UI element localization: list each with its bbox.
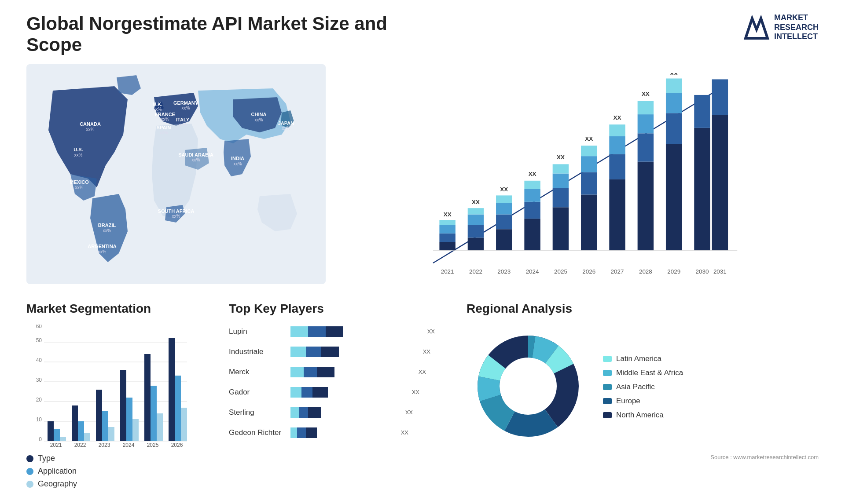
svg-text:XX: XX [419,369,426,375]
svg-text:CHINA: CHINA [251,112,267,117]
svg-text:XX: XX [529,171,536,177]
svg-text:xx%: xx% [192,157,200,162]
svg-text:ARGENTINA: ARGENTINA [88,244,116,249]
player-row-gedeon: Gedeon Richter XX [229,426,449,440]
svg-rect-117 [120,370,126,441]
logo-line3: INTELLECT [774,32,819,42]
svg-rect-54 [553,207,569,250]
svg-text:xx%: xx% [282,126,290,131]
svg-rect-74 [666,144,682,250]
svg-text:2024: 2024 [123,442,135,448]
asia-pacific-dot [603,384,612,390]
svg-text:XX: XX [405,409,413,416]
svg-rect-123 [169,338,175,441]
svg-text:U.S.: U.S. [73,147,83,152]
svg-rect-121 [151,386,157,441]
page-title: Global Norgestimate API Market Size and … [26,13,422,55]
legend-middle-east: Middle East & Africa [603,369,683,377]
legend-north-america: North America [603,411,683,420]
player-bar-sterling: XX [290,405,440,420]
player-name-gador: Gador [229,388,286,397]
player-row-lupin: Lupin XX [229,325,449,339]
legend-item-application: Application [26,467,211,476]
svg-text:XX: XX [557,154,565,161]
svg-text:40: 40 [36,357,42,363]
svg-text:xx%: xx% [154,107,162,112]
europe-dot [603,398,612,404]
logo-line1: MARKET [774,13,819,23]
svg-rect-35 [439,234,455,242]
players-title: Top Key Players [229,302,449,316]
svg-rect-45 [496,215,512,230]
svg-text:2030: 2030 [696,268,709,275]
svg-rect-61 [581,156,597,172]
svg-rect-46 [496,203,512,215]
svg-rect-70 [638,133,654,161]
players-area: Top Key Players Lupin XX Industriale [229,302,449,446]
player-name-sterling: Sterling [229,408,286,417]
svg-text:2022: 2022 [469,268,482,275]
middle-east-dot [603,370,612,376]
svg-text:2025: 2025 [554,268,567,275]
svg-text:XX: XX [642,91,650,97]
north-america-dot [603,412,612,418]
svg-rect-64 [609,179,625,250]
svg-rect-72 [638,101,654,114]
logo-icon [743,14,770,40]
svg-text:XX: XX [500,186,508,193]
svg-rect-36 [439,225,455,234]
svg-rect-66 [609,136,625,154]
geography-dot [26,481,33,488]
player-bar-gador: XX [290,385,440,399]
svg-text:XX: XX [670,73,678,77]
svg-text:60: 60 [36,325,42,329]
regional-title: Regional Analysis [467,302,819,316]
svg-rect-113 [84,433,90,441]
svg-rect-40 [468,225,484,238]
logo-line2: RESEARCH [774,23,819,33]
player-row-gador: Gador XX [229,385,449,399]
svg-text:MEXICO: MEXICO [70,179,89,185]
svg-text:JAPAN: JAPAN [278,121,294,126]
svg-text:XX: XX [412,389,420,395]
svg-rect-118 [126,398,132,441]
segmentation-chart-svg: 0 10 20 30 40 50 60 [26,325,194,448]
svg-rect-52 [524,181,540,189]
player-bar-lupin: XX [290,325,440,339]
player-name-industriale: Industriale [229,347,286,356]
logo-area: MARKET RESEARCH INTELLECT [743,13,819,42]
svg-text:0: 0 [39,436,42,442]
logo-text: MARKET RESEARCH INTELLECT [774,13,819,42]
svg-rect-55 [553,188,569,207]
player-name-lupin: Lupin [229,327,286,336]
regional-content: Latin America Middle East & Africa Asia … [467,325,819,449]
svg-rect-114 [96,390,102,441]
svg-text:FRANCE: FRANCE [155,112,175,117]
svg-text:30: 30 [36,377,42,383]
map-area: CANADA xx% U.S. xx% MEXICO xx% BRAZIL xx… [26,64,326,284]
player-row-industriale: Industriale XX [229,345,449,359]
svg-text:INDIA: INDIA [231,156,244,161]
svg-rect-80 [694,95,710,128]
svg-text:xx%: xx% [161,117,169,122]
svg-text:2023: 2023 [497,268,511,275]
svg-rect-67 [609,124,625,136]
bar-chart-svg: XX XX XX XX [352,73,810,284]
svg-rect-146 [290,387,301,398]
svg-rect-60 [581,172,597,195]
svg-rect-134 [290,326,308,337]
geography-label: Geography [38,479,77,489]
bottom-section: Market Segmentation 0 10 20 30 40 50 60 [26,302,819,489]
svg-rect-142 [290,367,304,377]
svg-rect-56 [553,173,569,188]
svg-text:xx%: xx% [98,249,107,254]
svg-text:10: 10 [36,416,42,423]
svg-rect-154 [290,427,297,438]
svg-rect-115 [102,411,108,441]
svg-text:2026: 2026 [171,442,183,448]
svg-text:50: 50 [36,337,42,343]
svg-text:2022: 2022 [74,442,86,448]
svg-text:XX: XX [444,211,452,218]
latin-america-label: Latin America [616,354,661,363]
svg-text:xx%: xx% [255,117,263,122]
